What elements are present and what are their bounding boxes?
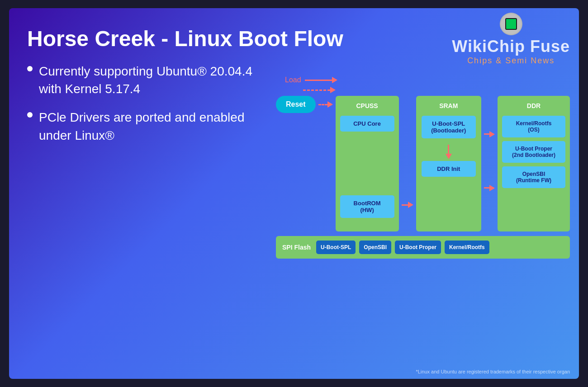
uboot-spl-box: U-Boot-SPL(Bootloader) [422,116,476,138]
cpuss-label: CPUSS [356,102,378,109]
spi-item-uboot-spl: U-Boot-SPL [316,241,356,254]
ddr-init-box: DDR Init [422,161,476,177]
spi-item-kernel-rootfs: Kernel/Rootfs [445,241,489,254]
arrow-line [402,204,408,206]
chip-icon [500,13,522,35]
spi-item-uboot-proper: U-Boot Proper [395,241,441,254]
sram-ddr-arrow-2 [484,185,495,191]
left-panel: Currently supporting Ubuntu® 20.04.4 wit… [27,62,271,155]
load-label: Load [285,76,301,84]
sram-box: SRAM U-Boot-SPL(Bootloader) DDR Init [416,96,481,231]
bullet-text-2: PCle Drivers are ported and enabled unde… [39,109,271,144]
bullet-text-1: Currently supporting Ubuntu® 20.04.4 wit… [39,62,271,98]
spi-label: SPI Flash [282,244,311,251]
down-line [448,145,449,154]
reset-dashed-line [318,104,327,105]
bootrom-box: BootROM(HW) [340,195,394,218]
sram-ddr-arrow-1 [484,131,495,137]
bullet-dot-2 [27,112,33,118]
watermark-tagline: Chips & Semi News [452,56,570,66]
cpuss-box: CPUSS CPU Core BootROM(HW) [336,96,399,231]
down-arrow-sram [446,145,452,159]
uboot-proper-box: U-Boot Proper(2nd Bootloader) [502,141,565,163]
load-dashed-arrow-row [285,87,570,93]
slide: WikiChip Fuse Chips & Semi News Horse Cr… [9,8,579,379]
watermark-site: WikiChip Fuse [452,37,570,56]
cpuss-sram-arrow [402,202,413,208]
diagram-area: Load Reset [276,76,570,259]
sram-label: SRAM [439,102,458,109]
ddr-label: DDR [527,102,541,109]
arrow-head [489,185,495,191]
reset-arrow [318,101,333,108]
arrow-line [305,80,332,81]
arrow-head [489,131,495,137]
down-head [446,154,452,159]
load-solid-arrow-row: Load [285,76,570,84]
ddr-box: DDR Kernel/Rootfs(OS) U-Boot Proper(2nd … [498,96,570,231]
dashed-line [303,90,330,91]
reset-arrow-head [327,101,333,108]
bullet-2: PCle Drivers are ported and enabled unde… [27,109,271,144]
cpu-core-box: CPU Core [340,116,394,132]
opensbi-box: OpenSBI(Runtime FW) [502,166,565,188]
arrow-line [484,133,489,135]
kernel-rootfs-os-box: Kernel/Rootfs(OS) [502,116,565,137]
reset-button[interactable]: Reset [276,96,316,113]
solid-arrow [305,77,337,83]
watermark: WikiChip Fuse Chips & Semi News [452,13,570,66]
bullet-dot-1 [27,66,33,71]
arrow-head [408,202,413,208]
spi-flash-row: SPI Flash U-Boot-SPL OpenSBI U-Boot Prop… [276,236,570,259]
load-arrows: Load [276,76,570,93]
spi-item-opensbi: OpenSBI [359,241,391,254]
footnote: *Linux and Ubuntu are registered tradema… [416,369,570,374]
dashed-head [330,87,336,93]
dashed-line [484,187,489,189]
dashed-arrow [303,87,336,93]
bullet-1: Currently supporting Ubuntu® 20.04.4 wit… [27,62,271,98]
arrow-head [332,77,337,83]
